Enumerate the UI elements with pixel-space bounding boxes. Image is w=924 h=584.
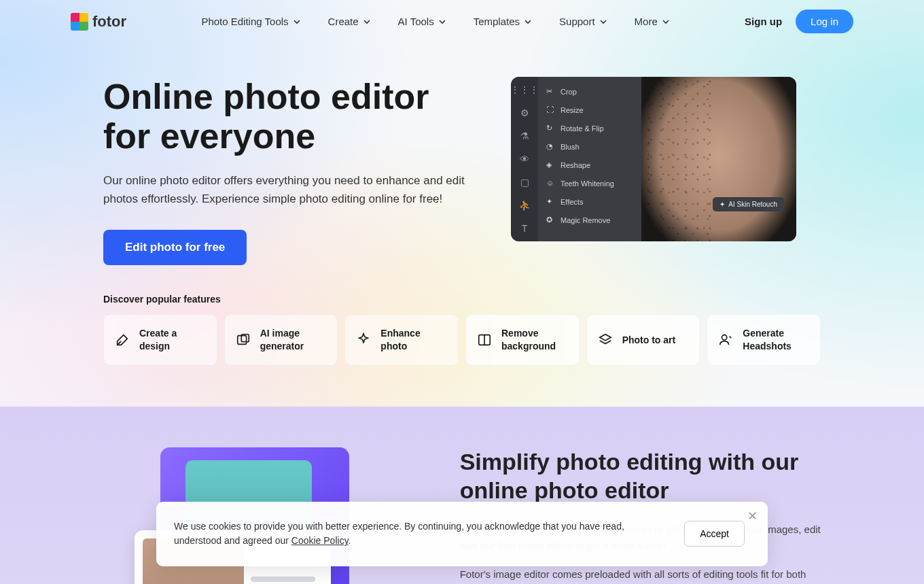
feature-remove-background[interactable]: Remove background [465,314,580,366]
feature-generate-headshots[interactable]: Generate Headshots [707,314,821,366]
feature-photo-to-art[interactable]: Photo to art [586,314,700,366]
chevron-down-icon [599,18,607,26]
feature-label: Create a design [139,327,206,353]
svg-point-3 [722,335,727,340]
section2-title: Simplify photo editing with our online p… [460,447,821,505]
hero-description: Our online photo editor offers everythin… [103,172,470,208]
tool-resize: ⛶Resize [538,101,641,119]
close-icon: ✕ [747,509,758,523]
design-icon [115,332,130,347]
chevron-down-icon [438,18,446,26]
nav-more[interactable]: More [635,16,670,27]
cookie-policy-link[interactable]: Cookie Policy [291,535,349,546]
login-button[interactable]: Log in [796,10,853,33]
remove-bg-icon [477,332,492,347]
feature-label: Photo to art [622,334,676,347]
feature-create-design[interactable]: Create a design [103,314,217,366]
nav-photo-editing-tools[interactable]: Photo Editing Tools [201,16,300,27]
flask-icon: ⚗ [518,130,531,142]
chevron-down-icon [363,18,371,26]
tool-teeth: ☺Teeth Whitening [538,174,641,192]
logo-mark-icon [71,13,88,31]
ai-skin-retouch-badge: ✦AI Skin Retouch [713,197,784,211]
cookie-close-button[interactable]: ✕ [746,510,758,522]
main-nav: Photo Editing Tools Create AI Tools Temp… [201,16,669,27]
nav-ai-tools[interactable]: AI Tools [398,16,446,27]
tool-rail: ⋮⋮⋮ ⚙ ⚗ 👁 ▢ ⛹ T [511,77,538,241]
chevron-down-icon [524,18,532,26]
enhance-icon [356,332,371,347]
text-icon: T [518,222,531,235]
image-gen-icon [236,332,251,347]
nav-support[interactable]: Support [559,16,607,27]
nav-templates[interactable]: Templates [474,16,532,27]
header: fotor Photo Editing Tools Create AI Tool… [0,0,924,43]
tool-crop: ✂Crop [538,82,641,101]
chevron-down-icon [293,18,301,26]
features-row: Create a design AI image generator Enhan… [103,314,821,366]
eye-icon: 👁 [518,153,531,165]
sparkle-icon: ✦ [719,201,725,208]
feature-label: Enhance photo [380,327,447,353]
cookie-banner: We use cookies to provide you with bette… [156,502,768,566]
svg-rect-0 [237,336,246,345]
tool-blush: ◔Blush [538,137,641,156]
discover-label: Discover popular features [103,294,821,305]
cookie-accept-button[interactable]: Accept [684,521,745,547]
tool-magic-remove: ✪Magic Remove [538,211,641,229]
brand-name: fotor [92,13,126,31]
grid-icon: ⋮⋮⋮ [518,84,531,96]
hero-preview: ⋮⋮⋮ ⚙ ⚗ 👁 ▢ ⛹ T ✂Crop ⛶Resize ↻Rotate & … [511,77,796,241]
edit-photo-button[interactable]: Edit photo for free [103,230,247,265]
tool-effects: ✦Effects [538,192,641,211]
tool-rotate: ↻Rotate & Flip [538,119,641,137]
tool-reshape: ◈Reshape [538,156,641,174]
chevron-down-icon [662,18,670,26]
editor-panel: ⋮⋮⋮ ⚙ ⚗ 👁 ▢ ⛹ T ✂Crop ⛶Resize ↻Rotate & … [511,77,641,241]
cookie-text: We use cookies to provide you with bette… [174,519,668,549]
nav-create[interactable]: Create [328,16,371,27]
frame-icon: ▢ [518,176,531,188]
feature-enhance-photo[interactable]: Enhance photo [344,314,459,366]
feature-ai-image-generator[interactable]: AI image generator [224,314,338,366]
sliders-icon: ⚙ [518,107,531,119]
art-icon [598,332,613,347]
signup-link[interactable]: Sign up [745,16,782,27]
person-icon: ⛹ [518,199,531,211]
tool-list: ✂Crop ⛶Resize ↻Rotate & Flip ◔Blush ◈Res… [538,77,641,241]
feature-label: Generate Headshots [743,327,809,353]
before-after-image: ✦AI Skin Retouch [641,77,796,241]
feature-label: AI image generator [260,327,327,353]
headshot-icon [718,332,733,347]
feature-label: Remove background [501,327,568,353]
hero-section: Online photo editor for everyone Our onl… [103,43,821,286]
logo[interactable]: fotor [71,13,126,31]
hero-title: Online photo editor for everyone [103,77,470,156]
